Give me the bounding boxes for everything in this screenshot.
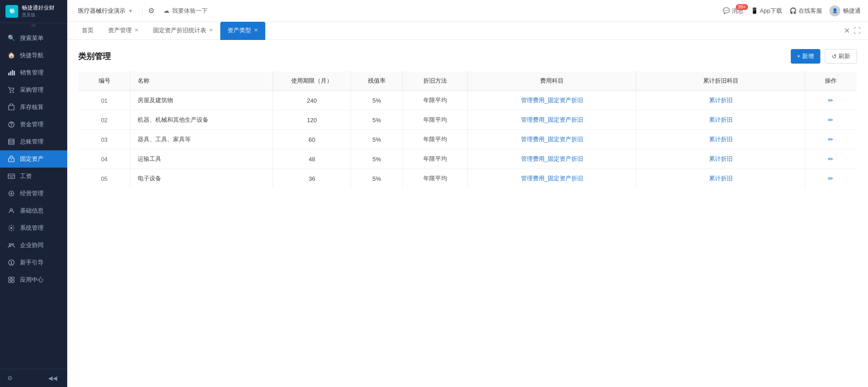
tab-close-icon[interactable]: ✕ [254, 28, 258, 33]
cell-expense: 管理费用_固定资产折旧 [467, 149, 636, 169]
cell-residual: 5% [351, 110, 402, 130]
sidebar-item-operations[interactable]: 经营管理 [0, 185, 67, 202]
svg-point-21 [12, 243, 14, 245]
sidebar-item-label: 企业协同 [20, 241, 44, 249]
sidebar-item-label: 固定资产 [20, 155, 44, 163]
sidebar-item-label: 快捷导航 [20, 51, 44, 60]
close-tab-icon[interactable]: ✕ [844, 26, 850, 35]
sidebar-item-search[interactable]: 🔍 搜索菜单 [0, 30, 67, 47]
cell-action: ✏ [805, 169, 857, 189]
page-title: 类别管理 [78, 51, 111, 62]
sidebar-item-basic-info[interactable]: 基础信息 [0, 202, 67, 219]
edit-icon[interactable]: ✏ [828, 97, 833, 104]
online-service-button[interactable]: 🎧 在线客服 [789, 7, 822, 15]
ledger-icon [7, 138, 15, 146]
tabs-bar: 首页 资产管理 ✕ 固定资产折旧统计表 ✕ 资产类型 ✕ ✕ ⛶ [67, 22, 868, 40]
fixed-assets-icon [7, 155, 15, 163]
app-download-button[interactable]: 📱 App下载 [751, 7, 782, 15]
search-icon: 🔍 [7, 34, 15, 42]
sidebar-item-ledger[interactable]: 总账管理 [0, 133, 67, 150]
cell-name: 电子设备 [130, 169, 273, 189]
sidebar-item-fixed-assets[interactable]: 固定资产 [0, 150, 67, 168]
experience-button[interactable]: ☁ 我要体验一下 [160, 5, 211, 17]
user-menu[interactable]: 👤 畅捷通 [829, 5, 861, 16]
sidebar-item-capital[interactable]: 资金管理 [0, 116, 67, 133]
svg-point-4 [10, 91, 11, 93]
tab-home[interactable]: 首页 [74, 22, 101, 40]
tab-close-icon[interactable]: ✕ [209, 28, 213, 33]
cell-name: 机器、机械和其他生产设备 [130, 110, 273, 130]
message-button[interactable]: 💬 消息 99 [723, 7, 744, 15]
tab-asset-type[interactable]: 资产类型 ✕ [220, 22, 265, 40]
col-expense: 费用科目 [467, 71, 636, 91]
sidebar-item-payroll[interactable]: 工资 [0, 168, 67, 185]
sidebar-item-guide[interactable]: 新手引导 [0, 254, 67, 271]
message-icon: 💬 [723, 7, 730, 14]
topbar-right: 💬 消息 99 📱 App下载 🎧 在线客服 👤 畅捷通 [723, 5, 861, 16]
cell-id: 05 [79, 169, 130, 189]
project-name: 医疗器械行业演示 [78, 7, 125, 15]
cell-residual: 5% [351, 91, 402, 110]
tab-close-icon[interactable]: ✕ [134, 28, 139, 33]
cell-action: ✏ [805, 149, 857, 169]
new-button[interactable]: + 新增 [791, 49, 820, 64]
cell-period: 36 [273, 169, 351, 189]
scroll-up-area [0, 23, 67, 28]
svg-point-20 [9, 243, 11, 245]
edit-icon[interactable]: ✏ [828, 136, 833, 143]
table-row: 03 器具、工具、家具等 60 5% 年限平均 管理费用_固定资产折旧 累计折旧… [79, 130, 857, 149]
col-action: 操作 [805, 71, 857, 91]
sidebar-item-app-center[interactable]: 应用中心 [0, 271, 67, 288]
cell-id: 01 [79, 91, 130, 110]
cell-expense: 管理费用_固定资产折旧 [467, 169, 636, 189]
cell-period: 240 [273, 91, 351, 110]
sidebar-item-label: 总账管理 [20, 138, 44, 146]
maximize-icon[interactable]: ⛶ [853, 27, 861, 35]
tab-label: 资产管理 [108, 26, 132, 35]
category-table: 编号 名称 使用期限（月） 残值率 折旧方法 费用科目 累计折旧科目 操作 01… [78, 71, 857, 189]
sidebar-toggle-button[interactable]: ◀◀ [45, 374, 60, 382]
tab-depreciation-table[interactable]: 固定资产折旧统计表 ✕ [146, 22, 220, 40]
sidebar-item-cooperation[interactable]: 企业协同 [0, 237, 67, 254]
online-service-label: 在线客服 [799, 7, 822, 15]
avatar: 👤 [829, 5, 840, 16]
cell-residual: 5% [351, 169, 402, 189]
home-icon: 🏠 [7, 51, 15, 60]
sidebar-item-sales[interactable]: 销售管理 [0, 64, 67, 81]
sidebar-item-inventory[interactable]: 库存核算 [0, 99, 67, 116]
table-row: 05 电子设备 36 5% 年限平均 管理费用_固定资产折旧 累计折旧 ✏ [79, 169, 857, 189]
cell-period: 60 [273, 130, 351, 149]
chevron-down-icon: ▼ [128, 8, 133, 14]
edit-icon[interactable]: ✏ [828, 175, 833, 182]
settings-footer-icon[interactable]: ⚙ [7, 375, 13, 382]
cell-accum: 累计折旧 [636, 110, 805, 130]
table-row: 04 运输工具 48 5% 年限平均 管理费用_固定资产折旧 累计折旧 ✏ [79, 149, 857, 169]
cell-method: 年限平均 [403, 110, 468, 130]
topbar-divider [142, 6, 143, 15]
sidebar-item-purchase[interactable]: 采购管理 [0, 81, 67, 99]
header-actions: + 新增 ↺ 刷新 [791, 49, 857, 64]
cell-method: 年限平均 [403, 169, 468, 189]
cell-method: 年限平均 [403, 91, 468, 110]
edit-icon[interactable]: ✏ [828, 116, 833, 124]
sidebar-item-system[interactable]: 系统管理 [0, 219, 67, 237]
edit-icon[interactable]: ✏ [828, 155, 833, 163]
guide-icon [7, 258, 15, 267]
app-logo: 畅 [5, 5, 18, 18]
sidebar-item-label: 库存核算 [20, 103, 44, 111]
project-selector[interactable]: 医疗器械行业演示 ▼ [74, 5, 137, 17]
refresh-button[interactable]: ↺ 刷新 [825, 49, 857, 64]
sidebar-item-label: 系统管理 [20, 224, 44, 232]
cell-action: ✏ [805, 110, 857, 130]
settings-icon[interactable]: ⚙ [148, 6, 154, 15]
cell-name: 器具、工具、家具等 [130, 130, 273, 149]
sidebar: 畅 畅捷通好业财 普及版 🔍 搜索菜单 🏠 快捷导航 销售管理 [0, 0, 67, 387]
tab-asset-mgmt[interactable]: 资产管理 ✕ [101, 22, 146, 40]
sales-icon [7, 69, 15, 77]
sidebar-item-label: 新手引导 [20, 258, 44, 267]
table-header-row: 编号 名称 使用期限（月） 残值率 折旧方法 费用科目 累计折旧科目 操作 [79, 71, 857, 91]
sidebar-item-quicknav[interactable]: 🏠 快捷导航 [0, 47, 67, 64]
col-period: 使用期限（月） [273, 71, 351, 91]
cell-action: ✏ [805, 130, 857, 149]
sidebar-item-label: 搜索菜单 [20, 34, 44, 42]
